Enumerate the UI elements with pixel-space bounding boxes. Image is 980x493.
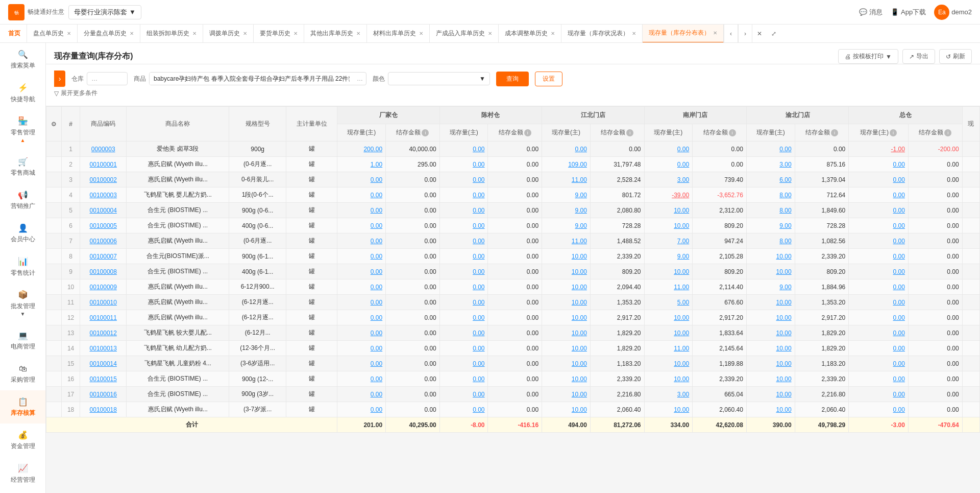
- row-total-stock[interactable]: -1.00: [849, 142, 909, 157]
- row-chen-stock[interactable]: 0.00: [439, 142, 488, 157]
- row-chen-stock[interactable]: 0.00: [439, 325, 488, 341]
- row-code[interactable]: 00100016: [80, 387, 127, 402]
- row-total-stock[interactable]: 0.00: [849, 172, 909, 187]
- sidebar-item-finance[interactable]: 💰 资金管理: [0, 424, 45, 457]
- row-code[interactable]: 00100018: [80, 402, 127, 417]
- refresh-btn[interactable]: ↺ 刷新: [939, 49, 972, 64]
- row-code[interactable]: 00100004: [80, 203, 127, 218]
- row-jiangbei-stock[interactable]: 109.00: [542, 157, 591, 172]
- warehouse-dropdown[interactable]: …: [87, 72, 128, 85]
- row-yuibei-stock[interactable]: 3.00: [746, 157, 795, 172]
- row-nanan-stock[interactable]: 5.00: [644, 295, 693, 310]
- tab-close-icon[interactable]: ✕: [130, 31, 134, 36]
- row-chen-stock[interactable]: 0.00: [439, 187, 488, 203]
- sidebar-item-inventory[interactable]: 📋 库存核算: [0, 390, 45, 424]
- row-total-stock[interactable]: 0.00: [849, 356, 909, 371]
- row-nanan-stock[interactable]: 9.00: [644, 249, 693, 264]
- row-yuibei-stock[interactable]: 10.00: [746, 387, 795, 402]
- row-yuibei-stock[interactable]: 10.00: [746, 402, 795, 417]
- row-jiangbei-stock[interactable]: 0.00: [542, 142, 591, 157]
- row-factory-stock[interactable]: 0.00: [337, 356, 386, 371]
- row-jiangbei-stock[interactable]: 11.00: [542, 172, 591, 187]
- row-factory-stock[interactable]: 200.00: [337, 142, 386, 157]
- sidebar-item-wholesale[interactable]: 📦 批发管理 ▼: [0, 283, 45, 323]
- row-jiangbei-stock[interactable]: 10.00: [542, 249, 591, 264]
- row-factory-stock[interactable]: 0.00: [337, 203, 386, 218]
- row-yuibei-stock[interactable]: 9.00: [746, 218, 795, 233]
- tab-next-btn[interactable]: ›: [738, 25, 752, 43]
- sidebar-item-retail-mgmt[interactable]: 🏪 零售管理 ▲: [0, 109, 45, 150]
- row-jiangbei-stock[interactable]: 10.00: [542, 402, 591, 417]
- row-yuibei-stock[interactable]: 8.00: [746, 187, 795, 203]
- tab-close-icon[interactable]: ✕: [67, 31, 71, 36]
- row-total-stock[interactable]: 0.00: [849, 157, 909, 172]
- row-chen-stock[interactable]: 0.00: [439, 279, 488, 295]
- sidebar-item-search[interactable]: 🔍 搜索英单: [0, 43, 45, 76]
- tab-expand-btn[interactable]: ⤢: [767, 25, 781, 43]
- row-code[interactable]: 00100015: [80, 371, 127, 387]
- industry-selector[interactable]: 母婴行业演示陈套 ▼: [68, 5, 141, 19]
- row-jiangbei-stock[interactable]: 9.00: [542, 187, 591, 203]
- row-code[interactable]: 00100007: [80, 249, 127, 264]
- row-total-stock[interactable]: 0.00: [849, 371, 909, 387]
- row-chen-stock[interactable]: 0.00: [439, 203, 488, 218]
- row-code[interactable]: 00100009: [80, 279, 127, 295]
- tab-stock-status[interactable]: 现存量（库存状况表） ✕: [561, 25, 643, 43]
- sidebar-item-marketing[interactable]: 📢 营销推广: [0, 183, 45, 217]
- row-yuibei-stock[interactable]: 10.00: [746, 325, 795, 341]
- row-total-stock[interactable]: 0.00: [849, 402, 909, 417]
- row-total-stock[interactable]: 0.00: [849, 264, 909, 279]
- tab-cost-adjust[interactable]: 成本调整单历史 ✕: [499, 25, 561, 43]
- row-total-stock[interactable]: 0.00: [849, 387, 909, 402]
- tab-allocation[interactable]: 调拨单历史 ✕: [203, 25, 254, 43]
- tab-close-icon[interactable]: ✕: [356, 31, 360, 36]
- row-factory-stock[interactable]: 0.00: [337, 387, 386, 402]
- row-chen-stock[interactable]: 0.00: [439, 402, 488, 417]
- row-factory-stock[interactable]: 0.00: [337, 325, 386, 341]
- row-nanan-stock[interactable]: 10.00: [644, 325, 693, 341]
- row-total-stock[interactable]: 0.00: [849, 325, 909, 341]
- sidebar-item-retail-store[interactable]: 🛒 零售商城: [0, 150, 45, 183]
- row-nanan-stock[interactable]: 10.00: [644, 203, 693, 218]
- row-code[interactable]: 00100006: [80, 233, 127, 249]
- tab-requisition[interactable]: 要货单历史 ✕: [254, 25, 304, 43]
- row-jiangbei-stock[interactable]: 10.00: [542, 264, 591, 279]
- row-yuibei-stock[interactable]: 10.00: [746, 249, 795, 264]
- row-total-stock[interactable]: 0.00: [849, 233, 909, 249]
- tab-close-icon[interactable]: ✕: [243, 31, 247, 36]
- row-jiangbei-stock[interactable]: 10.00: [542, 279, 591, 295]
- row-jiangbei-stock[interactable]: 11.00: [542, 233, 591, 249]
- tab-sub-inventory[interactable]: 分量盘点单历史 ✕: [78, 25, 140, 43]
- row-code[interactable]: 00100014: [80, 356, 127, 371]
- app-download-btn[interactable]: 📱 App下载: [891, 8, 926, 17]
- row-yuibei-stock[interactable]: 8.00: [746, 203, 795, 218]
- row-yuibei-stock[interactable]: 6.00: [746, 172, 795, 187]
- row-yuibei-stock[interactable]: 10.00: [746, 371, 795, 387]
- row-code[interactable]: 0000003: [80, 142, 127, 157]
- tab-home[interactable]: 首页: [2, 25, 27, 43]
- tab-other-out[interactable]: 其他出库单历史 ✕: [304, 25, 367, 43]
- tab-close-icon[interactable]: ✕: [488, 31, 492, 36]
- tab-inventory-count[interactable]: 盘点单历史 ✕: [27, 25, 78, 43]
- row-total-stock[interactable]: 0.00: [849, 218, 909, 233]
- row-code[interactable]: 00100010: [80, 295, 127, 310]
- row-chen-stock[interactable]: 0.00: [439, 172, 488, 187]
- sidebar-item-basic-info[interactable]: ℹ 基础信息: [0, 490, 45, 493]
- row-chen-stock[interactable]: 0.00: [439, 264, 488, 279]
- row-chen-stock[interactable]: 0.00: [439, 157, 488, 172]
- row-nanan-stock[interactable]: 11.00: [644, 341, 693, 356]
- row-factory-stock[interactable]: 1.00: [337, 157, 386, 172]
- row-nanan-stock[interactable]: 10.00: [644, 264, 693, 279]
- search-btn[interactable]: 查询: [496, 72, 529, 86]
- row-jiangbei-stock[interactable]: 10.00: [542, 387, 591, 402]
- tab-close-icon[interactable]: ✕: [192, 31, 197, 36]
- row-factory-stock[interactable]: 0.00: [337, 218, 386, 233]
- message-btn[interactable]: 💬 消息: [859, 8, 883, 17]
- row-factory-stock[interactable]: 0.00: [337, 172, 386, 187]
- sidebar-item-retail-stats[interactable]: 📊 零售统计: [0, 250, 45, 283]
- row-yuibei-stock[interactable]: 10.00: [746, 264, 795, 279]
- sidebar-item-operations[interactable]: 📈 经营管理: [0, 457, 45, 490]
- row-chen-stock[interactable]: 0.00: [439, 371, 488, 387]
- row-yuibei-stock[interactable]: 10.00: [746, 295, 795, 310]
- row-total-stock[interactable]: 0.00: [849, 310, 909, 325]
